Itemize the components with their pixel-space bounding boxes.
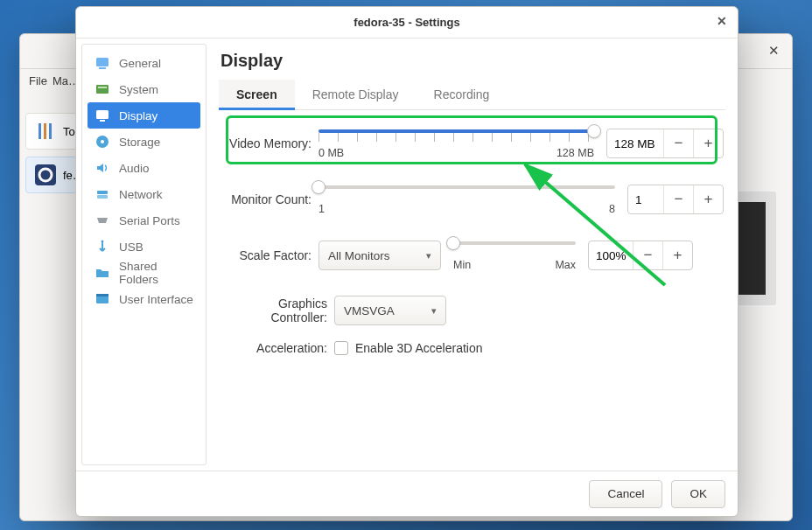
sidebar-item-label: General <box>119 57 161 70</box>
monitor-count-max: 8 <box>609 203 615 215</box>
svg-rect-7 <box>96 85 108 94</box>
svg-rect-13 <box>97 191 108 194</box>
svg-rect-14 <box>97 195 108 199</box>
scale-min: Min <box>453 259 471 271</box>
acceleration-label: Acceleration: <box>220 341 334 355</box>
scale-factor-input[interactable] <box>589 241 633 269</box>
row-acceleration: Acceleration: Enable 3D Acceleration <box>220 341 724 355</box>
monitor-count-minus[interactable]: − <box>663 185 693 213</box>
scale-factor-spinbox: − + <box>588 241 693 270</box>
general-icon <box>94 55 110 71</box>
svg-rect-6 <box>99 67 106 69</box>
video-memory-plus[interactable]: + <box>693 129 723 157</box>
menu-file[interactable]: File <box>29 74 47 87</box>
enable-3d-label: Enable 3D Acceleration <box>355 341 483 355</box>
display-tabs: Screen Remote Display Recording <box>219 80 725 110</box>
serial-icon <box>94 213 110 228</box>
monitor-count-spinbox: − + <box>627 185 724 214</box>
display-icon <box>94 108 110 123</box>
sidebar-item-user-interface[interactable]: User Interface <box>88 286 200 312</box>
svg-rect-0 <box>38 123 41 139</box>
video-memory-spinbox: − + <box>606 129 724 158</box>
sidebar-item-label: USB <box>119 241 144 254</box>
svg-rect-2 <box>49 123 52 139</box>
system-icon <box>94 81 110 97</box>
monitor-count-plus[interactable]: + <box>693 185 723 213</box>
sidebar-item-usb[interactable]: USB <box>88 234 200 260</box>
checkbox-box <box>334 341 348 355</box>
folder-icon <box>94 265 110 281</box>
tools-icon <box>35 120 56 143</box>
dialog-footer: Cancel OK <box>76 471 738 516</box>
scale-monitor-select[interactable]: All Monitors ▾ <box>318 241 441 270</box>
dialog-title-text: fedora-35 - Settings <box>354 16 459 29</box>
monitor-count-input[interactable] <box>628 185 663 213</box>
sidebar-item-audio[interactable]: Audio <box>88 155 200 181</box>
usb-icon <box>94 239 110 255</box>
scale-factor-plus[interactable]: + <box>662 241 692 269</box>
video-memory-label: Video Memory: <box>220 136 318 150</box>
svg-rect-17 <box>96 294 108 296</box>
cancel-button[interactable]: Cancel <box>589 480 662 508</box>
svg-point-12 <box>101 140 104 143</box>
svg-rect-9 <box>96 110 108 119</box>
monitor-count-slider[interactable]: 1 8 <box>318 184 615 215</box>
graphics-controller-select[interactable]: VMSVGA ▾ <box>334 296 446 325</box>
host-close-icon[interactable]: ✕ <box>768 43 780 59</box>
row-monitor-count: Monitor Count: 1 8 − + <box>220 184 724 215</box>
row-video-memory: Video Memory: 0 MB 128 MB − + <box>220 128 724 159</box>
sidebar-item-label: Audio <box>119 162 150 175</box>
tab-recording[interactable]: Recording <box>416 80 508 109</box>
sidebar-item-general[interactable]: General <box>88 50 200 76</box>
tools-button[interactable]: To… <box>25 113 78 150</box>
enable-3d-checkbox[interactable]: Enable 3D Acceleration <box>334 341 483 355</box>
sidebar-item-system[interactable]: System <box>88 76 200 102</box>
fedora-icon <box>35 164 56 186</box>
scale-factor-minus[interactable]: − <box>633 241 662 269</box>
sidebar-item-label: Display <box>119 109 158 122</box>
sidebar-item-serial-ports[interactable]: Serial Ports <box>88 207 200 234</box>
sidebar-item-label: Storage <box>119 136 160 149</box>
monitor-count-min: 1 <box>318 203 325 215</box>
monitor-count-label: Monitor Count: <box>220 192 318 206</box>
ui-icon <box>94 291 110 307</box>
screen-panel: Video Memory: 0 MB 128 MB − + <box>219 110 725 385</box>
svg-rect-5 <box>96 58 108 66</box>
row-scale-factor: Scale Factor: All Monitors ▾ Min Max <box>220 240 724 271</box>
vm-item[interactable]: fe… <box>25 157 78 193</box>
tab-screen[interactable]: Screen <box>219 80 295 109</box>
video-memory-minus[interactable]: − <box>663 129 693 157</box>
scale-monitor-value: All Monitors <box>328 249 390 262</box>
svg-rect-10 <box>100 120 105 122</box>
graphics-controller-label: Graphics Controller: <box>220 296 334 324</box>
page-title: Display <box>220 51 725 71</box>
scale-factor-label: Scale Factor: <box>220 248 318 262</box>
sidebar-item-network[interactable]: Network <box>88 181 200 207</box>
ok-button[interactable]: OK <box>671 480 725 508</box>
video-memory-max: 128 MB <box>556 147 594 159</box>
tab-remote-display[interactable]: Remote Display <box>295 80 416 109</box>
svg-rect-8 <box>98 87 107 88</box>
settings-dialog: fedora-35 - Settings ✕ General System Di… <box>75 6 738 517</box>
sidebar-item-label: User Interface <box>119 293 193 306</box>
host-left-panel: To… fe… <box>25 113 78 193</box>
storage-icon <box>94 134 110 150</box>
settings-content: Display Screen Remote Display Recording … <box>206 38 738 471</box>
scale-factor-slider[interactable]: Min Max <box>453 240 576 271</box>
settings-sidebar: General System Display Storage Audio Net… <box>81 44 206 465</box>
video-memory-slider[interactable]: 0 MB 128 MB <box>318 128 594 159</box>
scale-max: Max <box>555 259 576 271</box>
sidebar-item-storage[interactable]: Storage <box>88 129 200 155</box>
close-icon[interactable]: ✕ <box>717 14 727 28</box>
sidebar-item-label: System <box>119 83 158 96</box>
video-memory-min: 0 MB <box>318 147 344 159</box>
sidebar-item-label: Shared Folders <box>119 260 193 286</box>
sidebar-item-shared-folders[interactable]: Shared Folders <box>88 260 200 286</box>
svg-rect-1 <box>44 123 46 139</box>
audio-icon <box>94 160 110 176</box>
sidebar-item-label: Network <box>119 188 163 201</box>
sidebar-item-label: Serial Ports <box>119 214 180 227</box>
chevron-down-icon: ▾ <box>431 305 437 317</box>
sidebar-item-display[interactable]: Display <box>88 102 200 129</box>
video-memory-input[interactable] <box>607 129 663 157</box>
